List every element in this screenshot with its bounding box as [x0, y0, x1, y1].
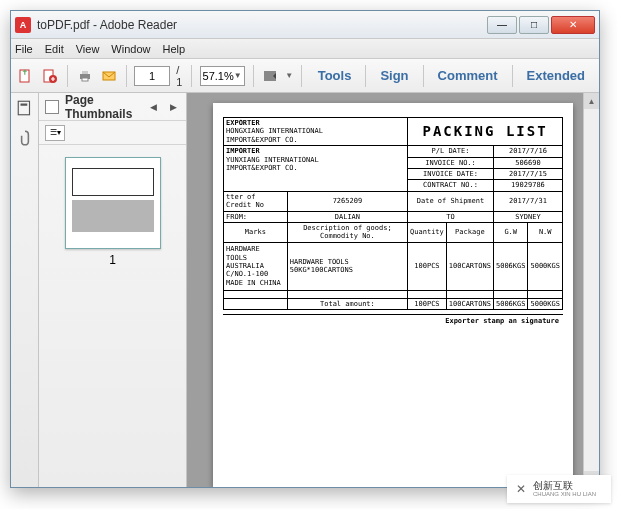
attachments-rail-icon[interactable] — [16, 129, 34, 147]
col-gw: G.W — [493, 222, 528, 242]
thumbnails-header: Page Thumbnails ◀ ▶ — [39, 93, 186, 121]
print-icon — [77, 68, 93, 84]
row-nw-value: 5000KGS — [528, 242, 563, 290]
thumbnails-collapse-left[interactable]: ◀ — [146, 100, 160, 114]
export-pdf-button[interactable] — [17, 63, 35, 89]
thumbnails-options-bar: ☰▾ — [39, 121, 186, 145]
exporter-heading: EXPORTER — [226, 119, 260, 127]
vertical-scrollbar[interactable]: ▲ ▼ — [583, 93, 599, 487]
close-button[interactable]: ✕ — [551, 16, 595, 34]
thumbnail-page-1[interactable]: 1 — [65, 157, 161, 267]
importer-value: YUNXIANG INTERNATIONAL IMPORT&EXPORT CO. — [226, 156, 319, 172]
toolbar-separator — [423, 65, 424, 87]
toolbar-separator — [191, 65, 192, 87]
thumbnails-rail-icon[interactable] — [16, 99, 34, 117]
thumbnails-collapse-right[interactable]: ▶ — [166, 100, 180, 114]
pl-date-value: 2017/7/16 — [493, 146, 562, 157]
extended-panel-link[interactable]: Extended — [519, 64, 594, 87]
watermark-brand: 创新互联 — [533, 481, 596, 491]
document-viewport[interactable]: EXPORTER HONGXIANG INTERNATIONAL IMPORT&… — [187, 93, 599, 487]
total-gw: 5006KGS — [493, 298, 528, 309]
maximize-button[interactable]: □ — [519, 16, 549, 34]
row-desc-value: HARDWARE TOOLS 50KG*100CARTONS — [287, 242, 407, 290]
invoice-date-value: 2017/7/15 — [493, 168, 562, 179]
credit-no-value: 7265209 — [287, 191, 407, 211]
from-value: DALIAN — [287, 211, 407, 222]
menu-window[interactable]: Window — [111, 43, 150, 55]
app-window: A toPDF.pdf - Adobe Reader — □ ✕ File Ed… — [10, 10, 600, 488]
packing-list-table: EXPORTER HONGXIANG INTERNATIONAL IMPORT&… — [223, 117, 563, 310]
svg-rect-9 — [20, 104, 27, 106]
row-marks-value: HARDWARE TOOLS AUSTRALIA C/NO.1-100 MADE… — [224, 242, 288, 290]
window-title: toPDF.pdf - Adobe Reader — [37, 18, 487, 32]
page-number-input[interactable] — [134, 66, 170, 86]
email-button[interactable] — [100, 63, 118, 89]
svg-rect-4 — [82, 71, 88, 74]
toolbar-separator — [301, 65, 302, 87]
packing-list-title: PACKING LIST — [422, 123, 547, 139]
total-qty: 100PCS — [408, 298, 447, 309]
menu-edit[interactable]: Edit — [45, 43, 64, 55]
toolbar-separator — [67, 65, 68, 87]
create-pdf-button[interactable] — [41, 63, 59, 89]
stamp-note: Exporter stamp an signature — [223, 314, 563, 327]
pdf-page: EXPORTER HONGXIANG INTERNATIONAL IMPORT&… — [213, 103, 573, 487]
menu-help[interactable]: Help — [162, 43, 185, 55]
thumbnails-icon — [45, 100, 59, 114]
col-package: Package — [446, 222, 493, 242]
more-tools-chevron[interactable]: ▼ — [285, 71, 293, 80]
adobe-reader-icon: A — [15, 17, 31, 33]
create-pdf-icon — [42, 68, 58, 84]
read-mode-button[interactable] — [261, 63, 279, 89]
ship-date-value: 2017/7/31 — [493, 191, 562, 211]
total-label: Total amount: — [287, 298, 407, 309]
ship-date-label: Date of Shipment — [408, 191, 494, 211]
zoom-dropdown[interactable]: 57.1% ▼ — [200, 66, 245, 86]
page-total-label: / 1 — [176, 64, 183, 88]
row-qty-value: 100PCS — [408, 242, 447, 290]
col-description: Description of goods; Commodity No. — [287, 222, 407, 242]
exporter-value: HONGXIANG INTERNATIONAL IMPORT&EXPORT CO… — [226, 127, 323, 143]
thumbnail-page-label: 1 — [65, 253, 161, 267]
thumbnails-list: 1 — [39, 145, 186, 487]
export-pdf-icon — [18, 68, 34, 84]
minimize-button[interactable]: — — [487, 16, 517, 34]
sign-panel-link[interactable]: Sign — [372, 64, 416, 87]
svg-rect-5 — [82, 78, 88, 81]
zoom-value: 57.1% — [203, 70, 234, 82]
col-quantity: Quantity — [408, 222, 447, 242]
invoice-no-value: 506690 — [493, 157, 562, 168]
invoice-no-label: INVOICE NO.: — [408, 157, 494, 168]
print-button[interactable] — [76, 63, 94, 89]
col-marks: Marks — [224, 222, 288, 242]
thumbnail-preview — [65, 157, 161, 249]
toolbar: / 1 57.1% ▼ ▼ Tools Sign Comment Extende… — [11, 59, 599, 93]
toolbar-separator — [512, 65, 513, 87]
scroll-up-button[interactable]: ▲ — [584, 93, 599, 109]
total-pkg: 100CARTONS — [446, 298, 493, 309]
menu-file[interactable]: File — [15, 43, 33, 55]
email-icon — [101, 68, 117, 84]
row-gw-value: 5006KGS — [493, 242, 528, 290]
menu-view[interactable]: View — [76, 43, 100, 55]
toolbar-separator — [253, 65, 254, 87]
total-nw: 5000KGS — [528, 298, 563, 309]
importer-heading: IMPORTER — [226, 147, 260, 155]
to-label: TO — [408, 211, 494, 222]
contract-no-label: CONTRACT NO.: — [408, 180, 494, 191]
row-pkg-value: 100CARTONS — [446, 242, 493, 290]
thumbnails-title: Page Thumbnails — [65, 93, 140, 121]
titlebar[interactable]: A toPDF.pdf - Adobe Reader — □ ✕ — [11, 11, 599, 39]
watermark-badge: ✕ 创新互联 CHUANG XIN HU LIAN — [507, 475, 611, 503]
invoice-date-label: INVOICE DATE: — [408, 168, 494, 179]
comment-panel-link[interactable]: Comment — [430, 64, 506, 87]
contract-no-value: 19029786 — [493, 180, 562, 191]
from-label: FROM: — [224, 211, 288, 222]
nav-rail — [11, 93, 39, 487]
thumbnails-options-button[interactable]: ☰▾ — [45, 125, 65, 141]
chevron-down-icon: ▼ — [234, 71, 242, 80]
tools-panel-link[interactable]: Tools — [310, 64, 360, 87]
watermark-logo-icon: ✕ — [509, 477, 533, 501]
col-nw: N.W — [528, 222, 563, 242]
toolbar-separator — [126, 65, 127, 87]
